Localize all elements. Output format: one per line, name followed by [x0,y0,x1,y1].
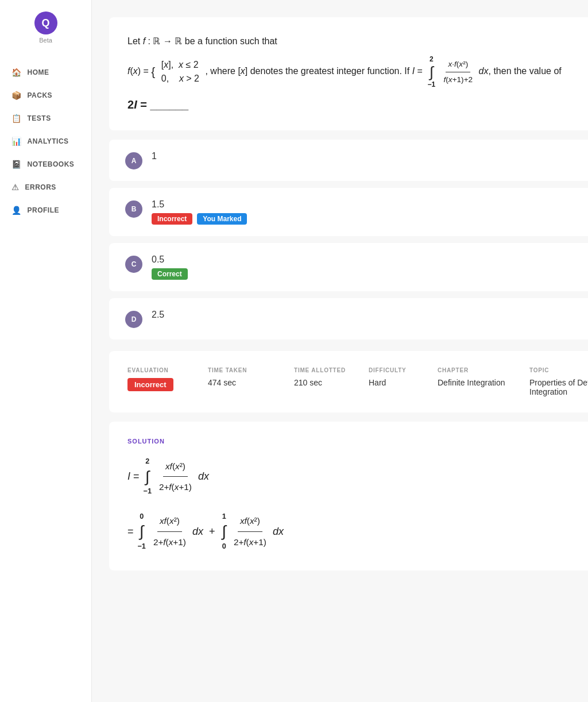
chapter-label: CHAPTER [438,367,529,373]
sidebar-item-analytics[interactable]: 📊 ANALYTICS [0,130,91,153]
option-badge-d: D [125,311,142,328]
nav-packs-label: PACKS [28,91,53,99]
solution-line1: I = 2 ∫ −1 xf(x²) 2+f(x+1) dx [127,454,588,500]
time-taken-value: 474 sec [208,378,294,387]
logo-letter: Q [41,17,49,29]
eval-col-topic: TOPIC Properties of Definite Integration [529,367,588,396]
question-prompt: 2I = ______ [127,95,588,114]
option-card-a[interactable]: A 1 [109,140,588,181]
option-value-c: 0.5 [152,254,188,265]
solution-line2: = 0 ∫ −1 xf(x²) 2+f(x+1) dx + 1 ∫ 0 [127,509,588,555]
option-card-c[interactable]: C 0.5 Correct [109,243,588,291]
option-card-b[interactable]: B 1.5 Incorrect You Marked [109,188,588,236]
option-b-tags: Incorrect You Marked [152,213,247,225]
logo-area: Q Beta [34,11,57,44]
difficulty-label: DIFFICULTY [369,367,438,373]
main-content: Let f : ℝ → ℝ be a function such that f(… [92,0,588,702]
nav-analytics-label: ANALYTICS [28,137,69,145]
option-badge-b: B [125,200,142,218]
piecewise-2: 0, x > 2 [161,72,199,86]
piecewise-1: [x], x ≤ 2 [161,58,199,72]
tests-icon: 📋 [11,114,22,123]
option-content-b: 1.5 Incorrect You Marked [152,199,247,225]
nav-tests-label: TESTS [28,114,51,122]
notebooks-icon: 📓 [11,160,22,169]
eval-col-time-taken: TIME TAKEN 474 sec [208,367,294,396]
option-c-tags: Correct [152,268,188,280]
solution-section: SOLUTION I = 2 ∫ −1 xf(x²) 2+f(x+1) dx =… [109,422,588,570]
profile-icon: 👤 [11,206,22,215]
beta-label: Beta [39,37,52,44]
question-line2: f(x) = { [x], x ≤ 2 0, x > 2 , where [x]… [127,53,588,90]
eval-grid: EVALUATION Incorrect TIME TAKEN 474 sec … [127,367,588,396]
difficulty-value: Hard [369,378,438,387]
option-value-d: 2.5 [152,310,164,320]
eval-col-time-allotted: TIME ALLOTTED 210 sec [294,367,369,396]
chapter-value: Definite Integration [438,378,529,387]
eval-col-evaluation: EVALUATION Incorrect [127,367,208,396]
time-allotted-value: 210 sec [294,378,369,387]
solution-label: SOLUTION [127,438,588,445]
integrand-fraction: x·f(x²) f(x+1)+2 [442,57,475,86]
option-card-d[interactable]: D 2.5 [109,298,588,340]
solution-math: I = 2 ∫ −1 xf(x²) 2+f(x+1) dx = 0 ∫ −1 [127,454,588,554]
option-content-a: 1 [152,151,157,161]
option-badge-c: C [125,256,142,273]
incorrect-tag: Incorrect [152,213,192,225]
sidebar-item-profile[interactable]: 👤 PROFILE [0,199,91,222]
sidebar: Q Beta 🏠 HOME 📦 PACKS 📋 TESTS 📊 ANALYTIC… [0,0,92,702]
question-card: Let f : ℝ → ℝ be a function such that f(… [109,17,588,130]
nav-home-label: HOME [28,68,49,76]
evaluation-label: EVALUATION [127,367,208,373]
evaluation-section: EVALUATION Incorrect TIME TAKEN 474 sec … [109,351,588,412]
sidebar-item-notebooks[interactable]: 📓 NOTEBOOKS [0,153,91,176]
home-icon: 🏠 [11,68,22,77]
option-value-b: 1.5 [152,199,247,210]
topic-value: Properties of Definite Integration [529,378,588,396]
nav-errors-label: ERRORS [25,183,56,191]
sidebar-item-tests[interactable]: 📋 TESTS [0,107,91,130]
sidebar-item-home[interactable]: 🏠 HOME [0,61,91,84]
question-line1: Let f : ℝ → ℝ be a function such that [127,33,588,49]
analytics-icon: 📊 [11,137,22,146]
option-badge-a: A [125,152,142,169]
packs-icon: 📦 [11,91,22,100]
time-taken-label: TIME TAKEN [208,367,294,373]
option-content-c: 0.5 Correct [152,254,188,280]
option-content-d: 2.5 [152,310,164,320]
errors-icon: ⚠ [11,183,20,192]
eval-col-difficulty: DIFFICULTY Hard [369,367,438,396]
question-text: Let f : ℝ → ℝ be a function such that f(… [127,33,588,114]
evaluation-value: Incorrect [127,378,173,391]
correct-tag: Correct [152,268,188,280]
sidebar-item-errors[interactable]: ⚠ ERRORS [0,176,91,199]
logo-icon: Q [34,11,57,34]
option-value-a: 1 [152,151,157,161]
nav-notebooks-label: NOTEBOOKS [28,160,75,168]
eval-col-chapter: CHAPTER Definite Integration [438,367,529,396]
topic-label: TOPIC [529,367,588,373]
sidebar-item-packs[interactable]: 📦 PACKS [0,84,91,107]
time-allotted-label: TIME ALLOTTED [294,367,369,373]
nav-profile-label: PROFILE [28,206,60,214]
you-marked-tag: You Marked [197,213,247,225]
